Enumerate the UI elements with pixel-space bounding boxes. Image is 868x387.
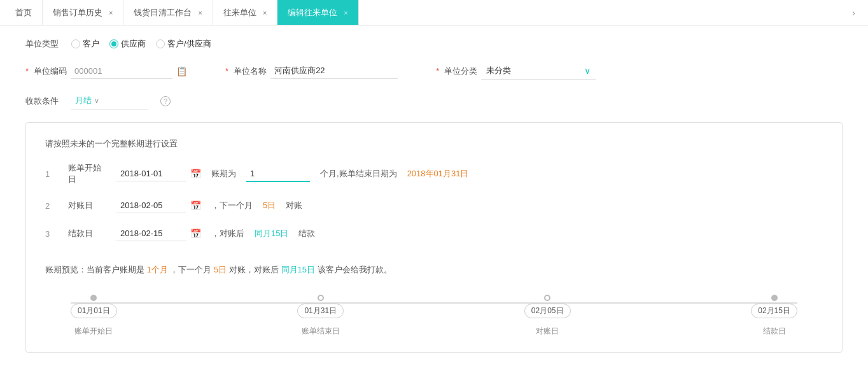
tab-sales-history[interactable]: 销售订单历史 ×	[43, 0, 123, 25]
tab-close-edit-partner[interactable]: ×	[344, 9, 347, 17]
row-desc-1b: 个月,账单结束日期为	[320, 168, 397, 179]
date-input-2[interactable]	[116, 198, 186, 213]
unit-type-label: 单位类型	[25, 38, 59, 50]
cal-icon-2[interactable]: 📅	[190, 201, 201, 211]
tl-badge-4: 02月15日	[751, 304, 797, 318]
tab-close-partner[interactable]: ×	[263, 9, 267, 17]
setting-row-1: 1 账单开始日 📅 账期为 个月,账单结束日期为 2018年01月31日	[45, 162, 823, 185]
cat-label: 单位分类	[444, 66, 477, 77]
timeline-point-2: 01月31日 账单结束日	[297, 295, 344, 337]
tab-close-sales-history[interactable]: ×	[109, 9, 113, 17]
row-num-1: 1	[45, 169, 58, 179]
code-input[interactable]	[71, 64, 172, 79]
preview-sep1: ，下一个月	[170, 265, 211, 274]
preview-p2: 5日	[214, 265, 227, 274]
radio-supplier[interactable]: 供应商	[109, 38, 146, 50]
tl-label-3: 对账日	[536, 326, 559, 337]
category-field-group: * 单位分类 未分类 ∨	[436, 62, 596, 80]
tl-dot-1	[90, 295, 97, 301]
payment-value: 月结	[75, 95, 92, 106]
date-input-1[interactable]	[116, 166, 186, 181]
setting-row-2: 2 对账日 📅 ，下一个月 5日 对账	[45, 198, 823, 213]
tl-label-1: 账单开始日	[74, 326, 113, 337]
radio-both-circle	[156, 39, 165, 48]
tab-cash-work[interactable]: 钱货日清工作台 ×	[123, 0, 213, 25]
settings-section: 请按照未来的一个完整帐期进行设置 1 账单开始日 📅 账期为 个月,账单结束日期…	[25, 122, 843, 353]
radio-supplier-circle	[109, 39, 118, 48]
field-label-3: 结款日	[68, 228, 106, 239]
tab-home[interactable]: 首页	[5, 0, 43, 25]
tab-more-arrow[interactable]: ›	[844, 8, 863, 18]
row-desc-1a: 账期为	[211, 168, 236, 179]
name-field-group: * 单位名称	[225, 64, 398, 79]
help-icon[interactable]: ?	[160, 96, 171, 106]
unit-type-radio-group: 客户 供应商 客户/供应商	[71, 38, 211, 50]
radio-customer-label: 客户	[83, 38, 99, 50]
category-chevron-icon: ∨	[584, 66, 591, 76]
timeline-point-3: 02月05日 对账日	[524, 295, 571, 337]
category-select[interactable]: 未分类 ∨	[481, 62, 596, 80]
tl-badge-3: 02月05日	[524, 304, 571, 318]
date-wrap-3: 📅	[116, 226, 201, 241]
cal-icon-3[interactable]: 📅	[190, 229, 201, 239]
code-label: 单位编码	[34, 66, 67, 77]
radio-both-label: 客户/供应商	[167, 38, 211, 50]
preview-text: 账期预览：当前客户账期是 1个月 ，下一个月 5日 对账，对账后 同月15日 该…	[45, 254, 823, 276]
tab-partner[interactable]: 往来单位 ×	[213, 0, 277, 25]
tab-edit-partner[interactable]: 编辑往来单位 ×	[277, 0, 358, 25]
row-desc-2a: ，下一个月	[211, 200, 253, 211]
tl-dot-2	[318, 295, 324, 301]
row-highlight-3: 同月15日	[255, 228, 288, 239]
payment-label: 收款条件	[25, 95, 59, 107]
payment-row: 收款条件 月结 ∨ ?	[25, 92, 843, 109]
setting-rows: 1 账单开始日 📅 账期为 个月,账单结束日期为 2018年01月31日 2 对…	[45, 162, 823, 241]
tl-dot-3	[544, 295, 550, 301]
row-desc-2b: 对账	[286, 200, 302, 211]
code-name-category-row: * 单位编码 📋 * 单位名称 * 单位分类 未分类 ∨	[25, 62, 843, 80]
timeline: 01月01日 账单开始日 01月31日 账单结束日 02月05日 对账日	[45, 295, 823, 337]
cat-required: *	[436, 66, 439, 76]
field-label-1: 账单开始日	[68, 162, 106, 185]
row-desc-3b: 结款	[298, 228, 315, 239]
preview-label: 账期预览：当前客户账期是	[45, 265, 144, 274]
tl-badge-1: 01月01日	[71, 304, 117, 318]
timeline-point-4: 02月15日 结款日	[751, 295, 797, 337]
category-value: 未分类	[486, 65, 580, 76]
main-content: 单位类型 客户 供应商 客户/供应商 * 单位编码 📋 * 单位名称	[0, 25, 868, 387]
preview-sep2: 对账，对账后	[229, 265, 279, 274]
preview-end: 该客户会给我打款。	[318, 265, 392, 274]
payment-chevron-icon: ∨	[94, 97, 99, 105]
tl-badge-2: 01月31日	[297, 304, 344, 318]
radio-customer-circle	[71, 39, 80, 48]
cal-icon-1[interactable]: 📅	[190, 169, 201, 179]
name-required: *	[225, 66, 228, 76]
tab-bar: 首页 销售订单历史 × 钱货日清工作台 × 往来单位 × 编辑往来单位 × ›	[0, 0, 868, 25]
row-highlight-1: 2018年01月31日	[407, 168, 469, 179]
tl-label-4: 结款日	[763, 326, 786, 337]
name-label: 单位名称	[234, 66, 267, 77]
tl-label-2: 账单结束日	[302, 326, 340, 337]
field-label-2: 对账日	[68, 200, 106, 211]
radio-supplier-label: 供应商	[121, 38, 146, 50]
preview-p1: 1个月	[147, 265, 168, 274]
name-input[interactable]	[270, 64, 398, 79]
tab-close-cash-work[interactable]: ×	[198, 9, 202, 17]
radio-customer[interactable]: 客户	[71, 38, 99, 50]
timeline-points: 01月01日 账单开始日 01月31日 账单结束日 02月05日 对账日	[71, 295, 797, 337]
preview-p3: 同月15日	[281, 265, 315, 274]
code-calendar-icon[interactable]: 📋	[176, 66, 187, 76]
period-input[interactable]	[246, 166, 310, 182]
date-wrap-2: 📅	[116, 198, 201, 213]
radio-both[interactable]: 客户/供应商	[156, 38, 211, 50]
date-input-3[interactable]	[116, 226, 186, 241]
row-num-2: 2	[45, 201, 58, 211]
payment-select[interactable]: 月结 ∨	[71, 92, 148, 109]
code-field-group: * 单位编码 📋	[25, 64, 187, 79]
row-highlight-2: 5日	[263, 200, 276, 211]
code-required: *	[25, 66, 29, 76]
timeline-point-1: 01月01日 账单开始日	[71, 295, 117, 337]
date-wrap-1: 📅	[116, 166, 201, 181]
row-num-3: 3	[45, 229, 58, 239]
unit-type-row: 单位类型 客户 供应商 客户/供应商	[25, 38, 843, 50]
setting-row-3: 3 结款日 📅 ，对账后 同月15日 结款	[45, 226, 823, 241]
